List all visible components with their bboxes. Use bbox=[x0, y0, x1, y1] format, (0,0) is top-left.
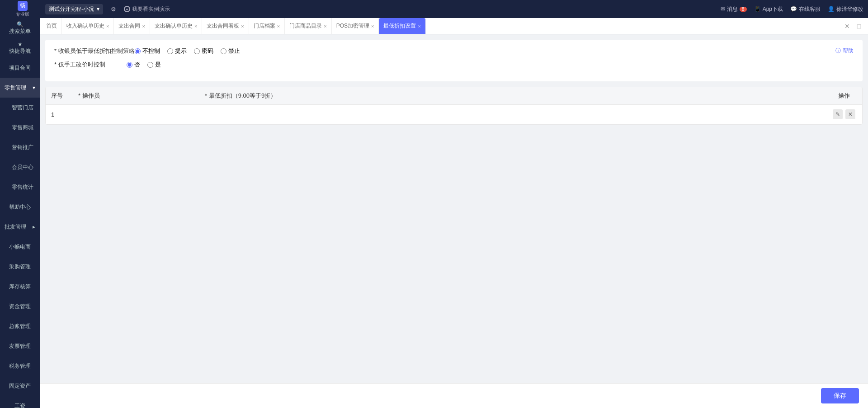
sidebar-item-marketing[interactable]: 营销推广 bbox=[0, 137, 40, 157]
sidebar-item-retail-mall[interactable]: 零售商城 bbox=[0, 117, 40, 137]
radio-password-input[interactable] bbox=[194, 48, 200, 54]
logo-icon: 畅 bbox=[18, 1, 28, 11]
col-header-action: 操作 bbox=[826, 87, 862, 105]
sidebar-item-salary[interactable]: 工资 bbox=[0, 396, 40, 408]
radio-password[interactable]: 密码 bbox=[194, 47, 213, 55]
col-header-min-discount: * 最低折扣（9.00等于9折） bbox=[199, 87, 826, 105]
tab-close-icon[interactable]: × bbox=[418, 23, 420, 29]
tab-label: 最低折扣设置 bbox=[383, 22, 416, 30]
sidebar-item-retail-mgmt[interactable]: 零售管理 bbox=[0, 78, 40, 98]
project-selector[interactable]: 测试分开完程-小况 bbox=[45, 4, 103, 14]
tab-payment-contract-board[interactable]: 支出合同看板 × bbox=[202, 18, 249, 34]
cell-min-discount bbox=[199, 105, 826, 124]
app-download-item[interactable]: 📱 App下载 bbox=[754, 5, 783, 13]
tab-store-file[interactable]: 门店档案 × bbox=[249, 18, 285, 34]
save-button[interactable]: 保存 bbox=[821, 388, 859, 403]
form-card: ⓘ 帮助 * 收银员低于最低折扣控制策略 不控制 bbox=[45, 40, 863, 81]
radio-remind-label: 提示 bbox=[175, 47, 187, 55]
radio-forbid-input[interactable] bbox=[221, 48, 226, 54]
radio-no-control-input[interactable] bbox=[135, 48, 141, 54]
online-service-icon: 💬 bbox=[790, 6, 797, 12]
sidebar-item-tax-mgmt[interactable]: 税务管理 bbox=[0, 356, 40, 376]
tab-bar-actions: ✕ □ bbox=[840, 22, 866, 31]
radio-no[interactable]: 否 bbox=[127, 61, 140, 69]
radio-yes-input[interactable] bbox=[147, 62, 153, 68]
tab-home-label: 首页 bbox=[46, 22, 57, 30]
sidebar-item-search-menu[interactable]: 🔍 搜索菜单 bbox=[0, 18, 40, 38]
cell-action: ✎ ✕ bbox=[826, 105, 862, 124]
retail-mall-label: 零售商城 bbox=[12, 124, 33, 131]
message-label: 消息 bbox=[727, 5, 738, 13]
sidebar-item-purchase-mgmt[interactable]: 采购管理 bbox=[0, 257, 40, 277]
help-center-label: 帮助中心 bbox=[9, 203, 31, 211]
tab-close-icon[interactable]: × bbox=[106, 23, 109, 29]
tab-close-icon[interactable]: × bbox=[277, 23, 280, 29]
table-row: 1 ✎ ✕ bbox=[46, 105, 862, 124]
tab-close-icon[interactable]: × bbox=[194, 23, 197, 29]
radio-no-input[interactable] bbox=[127, 62, 132, 68]
sidebar-item-inventory-calc[interactable]: 库存核算 bbox=[0, 277, 40, 296]
radio-yes[interactable]: 是 bbox=[147, 61, 161, 69]
cell-seq: 1 bbox=[46, 105, 73, 124]
message-item[interactable]: ✉ 消息 8 bbox=[721, 5, 747, 13]
user-item[interactable]: 👤 徐泽华修改 bbox=[828, 5, 863, 13]
sidebar-item-fixed-assets[interactable]: 固定资产 bbox=[0, 376, 40, 396]
tab-close-icon[interactable]: × bbox=[142, 23, 145, 29]
tab-income-confirm-history[interactable]: 收入确认单历史 × bbox=[62, 18, 114, 34]
radio-remind-input[interactable] bbox=[167, 48, 173, 54]
sidebar-item-invoice-mgmt[interactable]: 发票管理 bbox=[0, 336, 40, 356]
retail-mgmt-label: 零售管理 bbox=[5, 84, 33, 92]
member-center-label: 会员中心 bbox=[12, 164, 33, 171]
sidebar-item-ecommerce[interactable]: 小畅电商 bbox=[0, 237, 40, 257]
sidebar-item-general-ledger[interactable]: 总账管理 bbox=[0, 316, 40, 336]
inventory-calc-label: 库存核算 bbox=[9, 283, 31, 291]
help-button[interactable]: ⓘ 帮助 bbox=[835, 47, 854, 55]
sidebar-item-fund-mgmt[interactable]: 资金管理 bbox=[0, 296, 40, 316]
main-layout: 🔍 搜索菜单 ★ 快捷导航 项目合同 零售管理 智营门店 零售商城 营销推广 会… bbox=[0, 18, 868, 408]
tab-payment-confirm-history[interactable]: 支出确认单历史 × bbox=[150, 18, 202, 34]
cell-operator bbox=[73, 105, 199, 124]
tab-maximize-button[interactable]: □ bbox=[854, 22, 863, 31]
project-name: 测试分开完程-小况 bbox=[49, 5, 94, 13]
settings-icon[interactable]: ⚙ bbox=[108, 4, 118, 14]
sidebar-item-project-contract[interactable]: 项目合同 bbox=[0, 58, 40, 78]
tab-pos-password-mgmt[interactable]: POS加密管理 × bbox=[332, 18, 379, 34]
discount-policy-radio-group: 不控制 提示 密码 禁止 bbox=[135, 47, 240, 55]
tab-payment-contract[interactable]: 支出合同 × bbox=[114, 18, 150, 34]
sidebar-item-member-center[interactable]: 会员中心 bbox=[0, 157, 40, 177]
tab-close-icon[interactable]: × bbox=[371, 23, 374, 29]
action-icons: ✎ ✕ bbox=[831, 109, 857, 119]
tab-close-all-button[interactable]: ✕ bbox=[843, 22, 852, 31]
radio-forbid-label: 禁止 bbox=[228, 47, 240, 55]
delete-button[interactable]: ✕ bbox=[845, 109, 855, 119]
tab-home[interactable]: 首页 bbox=[42, 18, 62, 34]
form-row-manual-price-control: * 仅手工改价时控制 否 是 bbox=[54, 61, 854, 69]
table-header-row: 序号 * 操作员 * 最低折扣（9.00等于9折） 操作 bbox=[46, 87, 862, 105]
tab-store-product-catalog[interactable]: 门店商品目录 × bbox=[285, 18, 331, 34]
radio-no-label: 否 bbox=[134, 61, 140, 69]
sidebar-item-quick-nav[interactable]: ★ 快捷导航 bbox=[0, 38, 40, 58]
logo-text: 专业版 bbox=[16, 11, 29, 18]
sidebar-item-smart-store[interactable]: 智营门店 bbox=[0, 98, 40, 117]
manual-price-control-label: * 仅手工改价时控制 bbox=[54, 61, 127, 69]
sidebar-item-batch-mgmt[interactable]: 批发管理 bbox=[0, 217, 40, 237]
help-label: 帮助 bbox=[843, 47, 854, 55]
tab-min-discount-setting[interactable]: 最低折扣设置 × bbox=[379, 18, 425, 34]
online-service-item[interactable]: 💬 在线客服 bbox=[790, 5, 821, 13]
edit-button[interactable]: ✎ bbox=[833, 109, 843, 119]
radio-remind[interactable]: 提示 bbox=[167, 47, 187, 55]
discount-table: 序号 * 操作员 * 最低折扣（9.00等于9折） 操作 bbox=[46, 87, 862, 124]
radio-no-control[interactable]: 不控制 bbox=[135, 47, 160, 55]
tab-close-icon[interactable]: × bbox=[241, 23, 244, 29]
marketing-label: 营销推广 bbox=[12, 144, 33, 151]
tab-close-icon[interactable]: × bbox=[324, 23, 326, 29]
help-icon: ⓘ bbox=[835, 47, 841, 55]
radio-no-control-label: 不控制 bbox=[142, 47, 160, 55]
invoice-mgmt-label: 发票管理 bbox=[9, 342, 31, 350]
smart-store-label: 智营门店 bbox=[12, 104, 33, 112]
demo-link[interactable]: ● 我要看实例演示 bbox=[124, 5, 170, 13]
col-header-operator: * 操作员 bbox=[73, 87, 199, 105]
sidebar-item-retail-stats[interactable]: 零售统计 bbox=[0, 177, 40, 197]
radio-forbid[interactable]: 禁止 bbox=[221, 47, 240, 55]
sidebar-item-help-center[interactable]: 帮助中心 bbox=[0, 197, 40, 217]
